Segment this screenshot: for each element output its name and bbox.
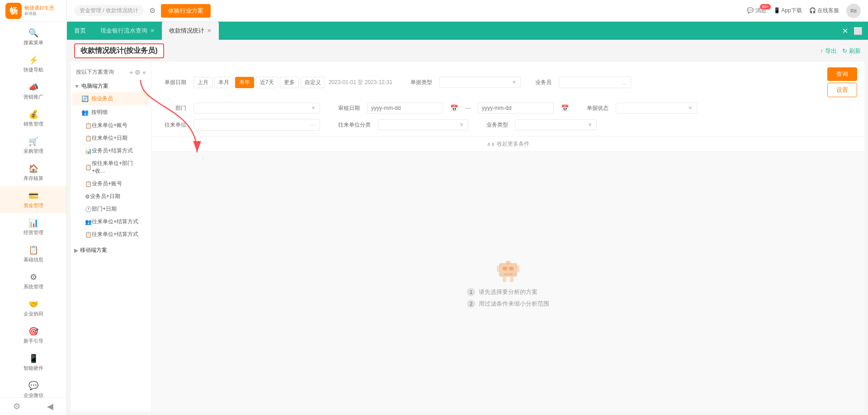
sidebar-item-purchase[interactable]: 🛒 采购管理: [0, 132, 66, 159]
scheme-item-unit-settle2[interactable]: 📋 往来单位+结算方式: [72, 228, 150, 241]
sidebar-item-wechat[interactable]: 💬 企业微信: [0, 376, 66, 397]
scheme-item-unit-date[interactable]: 📋 往来单位+日期: [72, 132, 150, 144]
scheme-settings-icon[interactable]: ⚙: [135, 69, 141, 76]
app-download[interactable]: 📱 App下载: [774, 7, 802, 14]
refresh-button[interactable]: ↻ 刷新: [842, 47, 861, 55]
biz-type-select[interactable]: ▼: [515, 119, 597, 130]
group-expand-icon: ▼: [74, 83, 80, 90]
salesman-settle-icon: 📊: [85, 148, 92, 154]
date-btn-custom[interactable]: 自定义: [301, 77, 325, 88]
online-service[interactable]: 🎧 在线客服: [809, 7, 839, 14]
sidebar-label-sales: 销售管理: [24, 121, 43, 127]
tabs-bar: 首页 现金银行流水查询 ✕ 收款情况统计 ✕ ✕ ⬜: [67, 22, 868, 40]
sidebar-item-operation[interactable]: 📊 经营管理: [0, 213, 66, 241]
tab-home[interactable]: 首页: [67, 22, 93, 40]
scheme-item-unit-account[interactable]: 📋 往来单位+账号: [72, 119, 150, 132]
group-label-desktop: 电脑端方案: [81, 82, 108, 90]
sidebar-item-newbie[interactable]: 🎯 新手引导: [0, 322, 66, 349]
set-button[interactable]: 设置: [827, 83, 857, 97]
sidebar-label-operation: 经营管理: [24, 229, 43, 236]
refresh-label: 刷新: [849, 47, 861, 55]
unit-select[interactable]: ···: [193, 119, 320, 131]
scheme-item-salesman-account[interactable]: 📋 业务员+账号: [72, 178, 150, 190]
trial-button[interactable]: 体验行业方案: [161, 4, 211, 18]
header-gear-icon[interactable]: ⚙: [149, 6, 156, 15]
scheme-item-dept-date[interactable]: 🕐 部门+日期: [72, 203, 150, 215]
message-count: 99+: [760, 4, 770, 9]
date-btn-this-month[interactable]: 本月: [214, 77, 233, 88]
scheme-item-salesman-date[interactable]: ⚙ 业务员+日期: [72, 190, 150, 203]
review-to-calendar-icon[interactable]: 📅: [561, 104, 569, 112]
scheme-item-salesman-settle[interactable]: 📊 业务员+结算方式: [72, 145, 150, 157]
review-from-input[interactable]: [367, 103, 443, 113]
sidebar-item-quicknav[interactable]: ⚡ 快捷导航: [0, 51, 66, 78]
user-avatar[interactable]: Rit: [846, 4, 861, 18]
salesman-scheme-icon: 🔄: [81, 95, 89, 102]
review-from-calendar-icon[interactable]: 📅: [450, 104, 458, 112]
scheme-item-by-salesman[interactable]: 🔄 按业务员: [72, 92, 150, 105]
tip2-num: 2: [467, 300, 475, 308]
scheme-group-desktop-title[interactable]: ▼ 电脑端方案: [71, 80, 151, 92]
window-close-button[interactable]: ✕: [842, 27, 848, 35]
sidebar-item-enterprise[interactable]: 🤝 企业协同: [0, 295, 66, 322]
sidebar-label-quicknav: 快捷导航: [24, 66, 43, 73]
export-button[interactable]: ↑ 导出: [821, 47, 837, 55]
collapse-bar[interactable]: ∧∧ 收起更多条件: [152, 137, 864, 152]
type-select-arrow: ▼: [511, 79, 517, 85]
tab-bankflow-close[interactable]: ✕: [150, 28, 155, 34]
hardware-icon: 📱: [28, 354, 38, 363]
date-btn-7days[interactable]: 近7天: [256, 77, 278, 88]
sidebar-item-marketing[interactable]: 📣 营销推广: [0, 78, 66, 105]
unit-account-icon: 📋: [85, 123, 92, 129]
query-button[interactable]: 查询: [827, 67, 857, 81]
date-btn-last-month[interactable]: 上月: [193, 77, 212, 88]
status-arrow: ▼: [688, 105, 693, 111]
filter-area: 单据日期 上月 本月 本年 近7天 更多 自定义 2023-01-01 至 20…: [152, 62, 864, 137]
type-select[interactable]: ▼: [439, 77, 521, 88]
message-badge[interactable]: 💬 消息 99+: [747, 7, 766, 14]
svg-rect-3: [504, 274, 513, 275]
tab-bankflow[interactable]: 现金银行流水查询 ✕: [93, 22, 162, 40]
sidebar-item-warehouse[interactable]: 🏠 库存核算: [0, 159, 66, 186]
scheme-item-unit-settle1[interactable]: 👥 往来单位+结算方式: [72, 216, 150, 228]
add-scheme-icon[interactable]: +: [129, 69, 133, 76]
tab-receipt-label: 收款情况统计: [169, 27, 204, 35]
sidebar-item-finance[interactable]: 💳 资金管理: [0, 186, 66, 213]
collapse-panel-icon[interactable]: «: [142, 69, 146, 76]
sidebar-item-search[interactable]: 🔍 搜索菜单: [0, 24, 66, 51]
sidebar-label-newbie: 新手引导: [24, 338, 43, 344]
tab-receipt[interactable]: 收款情况统计 ✕: [162, 22, 219, 40]
dept-select[interactable]: ▼: [193, 103, 320, 113]
status-select[interactable]: ▼: [616, 103, 697, 113]
date-btn-this-year[interactable]: 本年: [235, 77, 254, 88]
sidebar-label-marketing: 营销推广: [24, 94, 43, 100]
scheme-group-mobile: ▶ 移动端方案: [71, 243, 151, 258]
sidebar-item-sales[interactable]: 💰 销售管理: [0, 105, 66, 132]
tab-receipt-close[interactable]: ✕: [207, 28, 212, 34]
window-maximize-button[interactable]: ⬜: [854, 27, 863, 35]
search-nav-icon: 🔍: [28, 28, 38, 38]
service-icon: 🎧: [809, 7, 816, 14]
salesperson-dots[interactable]: ...: [622, 79, 627, 86]
left-panel-title: 按以下方案查询: [76, 68, 114, 76]
sidebar-item-hardware[interactable]: 📱 智能硬件: [0, 349, 66, 376]
sidebar-item-basic[interactable]: 📋 基础信息: [0, 241, 66, 268]
unit-category-label: 往来单位分类: [338, 121, 371, 129]
operation-icon: 📊: [28, 218, 38, 228]
unit-category-select[interactable]: ▼: [378, 119, 468, 130]
scheme-group-mobile-title[interactable]: ▶ 移动端方案: [71, 245, 151, 256]
date-dash: —: [465, 105, 471, 111]
marketing-icon: 📣: [28, 82, 38, 92]
scheme-item-by-detail[interactable]: 👥 按明细: [72, 106, 150, 119]
collapse-sidebar-icon[interactable]: ◀: [47, 401, 53, 411]
group-label-mobile: 移动端方案: [80, 246, 107, 254]
settings-bottom-icon[interactable]: ⚙: [13, 401, 20, 411]
sidebar-item-system[interactable]: ⚙ 系统管理: [0, 268, 66, 295]
date-btn-more[interactable]: 更多: [280, 77, 299, 88]
filter-row-1: 单据日期 上月 本月 本年 近7天 更多 自定义 2023-01-01 至 20…: [159, 67, 857, 97]
finance-icon: 💳: [28, 191, 38, 201]
unit-dots[interactable]: ···: [311, 121, 316, 128]
salesperson-select[interactable]: ...: [559, 76, 631, 88]
scheme-item-unit-dept-recv[interactable]: 📋 按往来单位+部门+收...: [72, 157, 150, 177]
review-to-input[interactable]: [478, 103, 554, 113]
